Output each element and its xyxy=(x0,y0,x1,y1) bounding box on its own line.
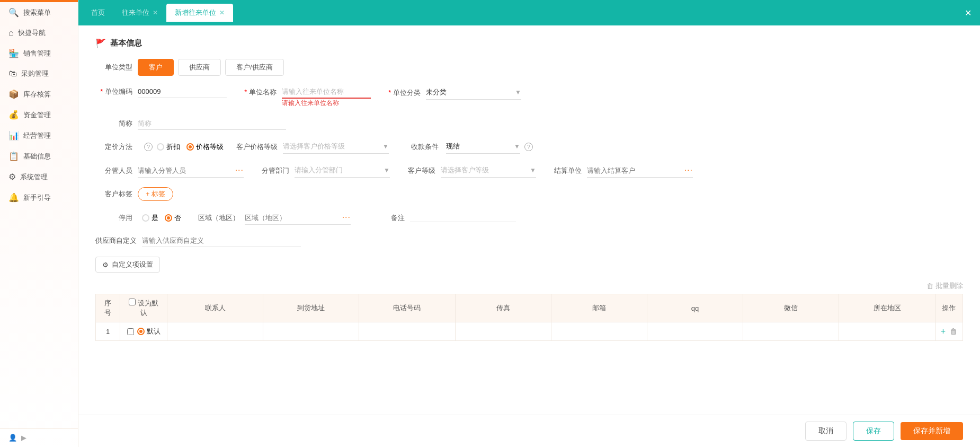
unit-name-label: 单位名称 xyxy=(239,87,282,97)
save-button[interactable]: 保存 xyxy=(853,422,894,441)
department-select[interactable]: 请输入分管部门 ▼ xyxy=(295,163,390,178)
unit-name-input[interactable] xyxy=(282,85,371,99)
row-phone-input[interactable] xyxy=(364,328,449,336)
sidebar-item-search[interactable]: 🔍 搜索菜单 xyxy=(0,2,78,23)
row-contact[interactable] xyxy=(167,322,263,341)
short-name-input[interactable] xyxy=(138,117,286,130)
add-tag-button[interactable]: + 标签 xyxy=(138,187,173,201)
manager-more-btn[interactable]: ··· xyxy=(235,165,244,175)
unit-type-both[interactable]: 客户/供应商 xyxy=(225,59,284,76)
sidebar-item-label: 采购管理 xyxy=(21,69,49,78)
customer-price-placeholder: 请选择客户价格等级 xyxy=(283,142,382,151)
custom-settings-label: 自定义项设置 xyxy=(112,260,153,269)
remark-input[interactable] xyxy=(410,214,516,222)
tab-partners-close[interactable]: ✕ xyxy=(153,9,158,16)
col-email: 邮箱 xyxy=(551,294,647,322)
row-qq[interactable] xyxy=(647,322,743,341)
department-arrow: ▼ xyxy=(384,166,390,174)
unit-category-arrow: ▼ xyxy=(515,89,521,96)
col-contact: 联系人 xyxy=(167,294,263,322)
customer-tag-row: 客户标签 + 标签 xyxy=(95,187,963,201)
region-input[interactable] xyxy=(245,214,342,222)
pricing-level-option[interactable]: 价格等级 xyxy=(186,142,224,152)
tab-partners[interactable]: 往来单位 ✕ xyxy=(113,4,166,22)
supplier-custom-label: 供应商自定义 xyxy=(95,236,142,246)
unit-type-label: 单位类型 xyxy=(95,63,138,72)
region-more-btn[interactable]: ··· xyxy=(342,213,351,222)
disabled-no-option[interactable]: 否 xyxy=(165,213,181,223)
settlement-more-btn[interactable]: ··· xyxy=(684,165,693,175)
table-section: 🗑 批量删除 序号 设为默认 联系人 到货地址 电话号码 传真 xyxy=(95,281,963,341)
clipboard-icon: 📋 xyxy=(8,151,19,161)
sidebar-item-operations[interactable]: 📊 经营管理 xyxy=(0,125,78,146)
payment-select[interactable]: 现结 ▼ xyxy=(446,139,520,154)
sidebar-item-basic-info[interactable]: 📋 基础信息 xyxy=(0,146,78,166)
unit-type-supplier[interactable]: 供应商 xyxy=(178,59,221,76)
close-all-tabs[interactable]: ✕ xyxy=(960,6,976,20)
unit-category-select[interactable]: 未分类 ▼ xyxy=(426,85,521,100)
row-email-input[interactable] xyxy=(557,328,642,336)
row-phone[interactable] xyxy=(359,322,455,341)
settlement-input[interactable] xyxy=(587,166,684,174)
disabled-yes-option[interactable]: 是 xyxy=(142,213,158,223)
sidebar-item-inventory[interactable]: 📦 库存核算 xyxy=(0,84,78,104)
row-region-input[interactable] xyxy=(844,328,929,336)
customer-price-select[interactable]: 请选择客户价格等级 ▼ xyxy=(283,139,389,154)
tab-bar: 首页 往来单位 ✕ 新增往来单位 ✕ ✕ xyxy=(78,0,980,25)
unit-category-value: 未分类 xyxy=(426,87,515,97)
batch-delete-btn[interactable]: 🗑 批量删除 xyxy=(926,281,963,291)
supplier-custom-row: 供应商自定义 xyxy=(95,234,963,247)
custom-settings-button[interactable]: ⚙ 自定义项设置 xyxy=(95,257,160,273)
pricing-discount-option[interactable]: 折扣 xyxy=(157,142,180,152)
unit-code-input[interactable] xyxy=(138,85,227,98)
contacts-table: 序号 设为默认 联系人 到货地址 电话号码 传真 邮箱 qq 微信 所在地区 xyxy=(95,294,963,341)
row-add-btn[interactable]: + xyxy=(941,327,946,336)
row-wechat-input[interactable] xyxy=(749,328,833,336)
tab-new-partner-close[interactable]: ✕ xyxy=(219,9,225,16)
sidebar-item-purchase[interactable]: 🛍 采购管理 xyxy=(0,64,78,84)
sidebar-item-label: 基础信息 xyxy=(23,152,51,161)
customer-price-arrow: ▼ xyxy=(382,143,389,150)
customer-level-select[interactable]: 请选择客户等级 ▼ xyxy=(441,163,536,178)
row-default-label: 默认 xyxy=(147,327,161,336)
row-delete-btn[interactable]: 🗑 xyxy=(950,327,957,336)
sidebar-item-quick-nav[interactable]: ⌂ 快捷导航 xyxy=(0,23,78,43)
row-default-radio-item[interactable]: 默认 xyxy=(137,327,161,336)
tab-home[interactable]: 首页 xyxy=(83,4,113,22)
search-icon: 🔍 xyxy=(8,7,19,17)
customer-level-label: 客户等级 xyxy=(398,166,441,176)
region-field: ··· xyxy=(245,211,351,225)
cancel-button[interactable]: 取消 xyxy=(805,422,847,441)
row-qq-input[interactable] xyxy=(653,328,737,336)
payment-help-icon[interactable]: ? xyxy=(524,143,533,151)
unit-type-customer[interactable]: 客户 xyxy=(138,59,174,76)
sidebar-item-system[interactable]: ⚙ 系统管理 xyxy=(0,166,78,187)
row-address[interactable] xyxy=(263,322,359,341)
sidebar-item-label: 资金管理 xyxy=(23,110,51,120)
row-region-cell[interactable] xyxy=(839,322,935,341)
disabled-label: 停用 xyxy=(95,213,138,223)
sidebar-item-guide[interactable]: 🔔 新手引导 xyxy=(0,187,78,208)
row-fax[interactable] xyxy=(455,322,551,341)
col-index: 序号 xyxy=(96,294,120,322)
save-new-button[interactable]: 保存并新增 xyxy=(901,422,963,440)
row-wechat[interactable] xyxy=(743,322,839,341)
supplier-custom-input[interactable] xyxy=(142,234,301,247)
col-address: 到货地址 xyxy=(263,294,359,322)
col-qq: qq xyxy=(647,294,743,322)
sidebar-item-finance[interactable]: 💰 资金管理 xyxy=(0,104,78,125)
pricing-help-icon[interactable]: ? xyxy=(144,143,153,151)
row-email[interactable] xyxy=(551,322,647,341)
unit-name-error: 请输入往来单位名称 xyxy=(282,99,339,107)
select-all-checkbox[interactable] xyxy=(129,299,136,305)
payment-label: 收款条件 xyxy=(402,142,444,152)
row-fax-input[interactable] xyxy=(461,328,546,336)
pricing-discount-label: 折扣 xyxy=(166,142,180,152)
tab-new-partner[interactable]: 新增往来单位 ✕ xyxy=(166,4,233,22)
row-contact-input[interactable] xyxy=(173,328,257,336)
sidebar-item-sales[interactable]: 🏪 销售管理 xyxy=(0,43,78,64)
row-address-input[interactable] xyxy=(269,328,353,336)
manager-input[interactable] xyxy=(138,166,235,174)
row-checkbox[interactable] xyxy=(127,328,134,335)
sidebar-expand-icon[interactable]: ▶ xyxy=(21,434,26,442)
